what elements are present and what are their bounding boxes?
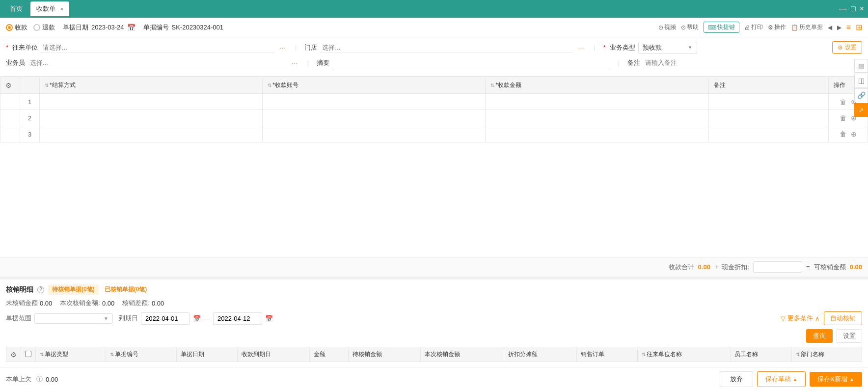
date-to-input[interactable]	[213, 312, 262, 325]
delete-row-1-icon[interactable]: 🗑	[840, 98, 846, 106]
wt-amount-header: 金额	[310, 347, 348, 362]
writeoff-settings-btn[interactable]: 设置	[837, 329, 862, 343]
tiles-view-icon[interactable]: ⊞	[856, 23, 862, 32]
date-from-calendar-icon[interactable]: 📅	[193, 315, 201, 322]
range-filter: 单据范围 ▼	[6, 313, 113, 324]
tab-receipt[interactable]: 收款单 ×	[30, 1, 69, 16]
history-btn[interactable]: 📋 历史单据	[791, 23, 823, 31]
wt-salesorder-header: 销售订单	[576, 347, 637, 362]
counterpart-input[interactable]	[41, 42, 274, 53]
chevron-up-icon: ∧	[815, 315, 820, 322]
nav-left[interactable]: ◀	[828, 24, 832, 31]
salesperson-more-btn[interactable]: ···	[290, 59, 299, 67]
receipt-radio[interactable]: 收款	[6, 23, 27, 32]
window-restore[interactable]: □	[851, 4, 856, 13]
writeoff-stats: 未核销金额 0.00 本次核销金额: 0.00 核销差额: 0.00	[6, 299, 862, 307]
settings-button[interactable]: ⚙ 设置	[832, 41, 862, 54]
save-draft-btn[interactable]: 保存草稿 ▲	[757, 371, 806, 387]
counterpart-more-btn[interactable]: ···	[277, 44, 287, 52]
ops-btn[interactable]: ⚙ 操作	[768, 23, 786, 31]
print-btn[interactable]: 🖨 打印	[744, 23, 763, 31]
writeoff-help-icon[interactable]: ?	[37, 286, 44, 293]
store-field: 门店 ···	[304, 42, 586, 53]
calendar-icon[interactable]: 📅	[127, 24, 136, 31]
summary-input[interactable]	[332, 57, 610, 68]
wt-duedate-header: 收款到期日	[238, 347, 310, 362]
store-more-btn[interactable]: ···	[576, 44, 586, 52]
notes-input[interactable]	[643, 57, 862, 68]
wt-docdate-header: 单据日期	[176, 347, 237, 362]
window-minimize[interactable]: —	[839, 4, 847, 13]
filter-row: 单据范围 ▼ 到期日 📅 — 📅 ▽	[6, 311, 862, 325]
chevron-down-icon: ▼	[688, 45, 693, 50]
docnum-field: 单据编号 SK-20230324-001	[143, 23, 224, 32]
note-col-header: 备注	[708, 77, 828, 94]
delete-row-3-icon[interactable]: 🗑	[840, 130, 846, 138]
form-section: * 往来单位 ··· | 门店 ··· | * 业务类型 预收款 ▼	[0, 37, 868, 77]
date-field: 单据日期 2023-03-24 📅	[63, 23, 136, 32]
store-input[interactable]	[320, 42, 573, 53]
date-from-input[interactable]	[141, 312, 190, 325]
table-row: 3 🗑 ⊕	[0, 126, 868, 142]
prev-info-icon[interactable]: ⓘ	[36, 375, 43, 384]
wt-dept-header: ⇅部门名称	[791, 347, 862, 362]
writeoff-tabs: 待核销单据(0笔) 已核销单据(0笔)	[48, 284, 151, 295]
rownum-col-header	[20, 77, 40, 94]
writeoff-title: 核销明细 ? 待核销单据(0笔) 已核销单据(0笔)	[6, 284, 862, 295]
save-new-btn[interactable]: 保存&新增 ▲	[810, 372, 862, 387]
help-btn[interactable]: ⊙ 帮助	[681, 23, 699, 31]
tab-home[interactable]: 首页	[4, 1, 28, 16]
wt-config-header: ⚙	[6, 347, 21, 362]
abandon-btn[interactable]: 放弃	[720, 371, 753, 387]
shortcut-btn[interactable]: ⌨ 快捷键	[704, 22, 739, 33]
pending-tab[interactable]: 待核销单据(0笔)	[48, 284, 99, 295]
notes-field: 备注	[627, 57, 862, 68]
amount-col-header: ⇅*收款金额	[486, 77, 708, 94]
done-tab[interactable]: 已核销单据(0笔)	[101, 284, 151, 295]
query-btn[interactable]: 查询	[806, 329, 833, 343]
right-panel-link-icon[interactable]: 🔗	[854, 88, 868, 102]
wt-check-all[interactable]	[25, 351, 31, 357]
auto-writeoff-btn[interactable]: 自动核销	[824, 311, 862, 325]
form-row-2: 业务员 ··· | 摘要 | 备注	[6, 57, 862, 68]
wt-config-icon[interactable]: ⚙	[10, 351, 17, 359]
settlement-col-header: ⇅*结算方式	[40, 77, 263, 94]
grid-view-icon[interactable]: ≡	[846, 23, 851, 32]
writeoff-section: 核销明细 ? 待核销单据(0笔) 已核销单据(0笔) 未核销金额 0.00 本次…	[0, 277, 868, 367]
business-type-select[interactable]: 预收款 ▼	[638, 42, 697, 54]
right-panel-doc-icon[interactable]: ◫	[854, 74, 868, 87]
receipt-table-section: ⚙ ⇅*结算方式 ⇅*收款账号 ⇅*收款金额 备注 操作	[0, 77, 868, 257]
nav-right[interactable]: ▶	[837, 24, 841, 31]
main-content: 收款 退款 单据日期 2023-03-24 📅 单据编号 SK-20230324…	[0, 18, 868, 391]
more-filter-btn[interactable]: ▽ 更多条件 ∧	[781, 314, 820, 323]
date-to-calendar-icon[interactable]: 📅	[265, 315, 273, 322]
wt-docnum-header: ⇅单据编号	[106, 347, 176, 362]
wt-employee-header: 员工名称	[731, 347, 791, 362]
table-row: 1 🗑 ⊕	[0, 94, 868, 110]
copy-row-3-icon[interactable]: ⊕	[851, 130, 857, 138]
salesperson-input[interactable]	[28, 57, 287, 68]
save-new-arrow-icon: ▲	[849, 377, 854, 382]
discount-input[interactable]	[753, 261, 802, 273]
refund-radio-dot	[33, 24, 40, 31]
video-btn[interactable]: ⊙ 视频	[658, 23, 676, 31]
table-config-icon[interactable]: ⚙	[5, 82, 12, 89]
window-close[interactable]: ×	[860, 4, 864, 13]
right-panel: ▦ ◫ 🔗 ↗	[854, 59, 868, 117]
delete-row-2-icon[interactable]: 🗑	[840, 114, 846, 122]
right-panel-table-icon[interactable]: ▦	[854, 59, 868, 73]
toolbar-right: ⊙ 视频 ⊙ 帮助 ⌨ 快捷键 🖨 打印 ⚙ 操作 📋 历史单据 ◀ ▶ ≡ ⊞	[658, 22, 862, 33]
date-filter: 到期日 📅 — 📅	[119, 312, 273, 325]
writeoff-table: ⚙ ⇅单据类型 ⇅单据编号 单据日期 收款到期日 金额 待核销金额 本次核销金额…	[6, 347, 862, 362]
summary-row: 收款合计 0.00 + 现金折扣: = 可核销金额 0.00	[0, 257, 868, 277]
right-panel-expand-icon[interactable]: ↗	[854, 103, 868, 117]
receipt-radio-dot	[6, 24, 13, 31]
bottom-right: 放弃 保存草稿 ▲ 保存&新增 ▲	[720, 371, 862, 387]
gear-icon: ⚙	[838, 44, 843, 51]
range-select[interactable]: ▼	[34, 313, 113, 324]
refund-radio[interactable]: 退款	[33, 23, 55, 32]
tab-close-icon[interactable]: ×	[60, 6, 63, 12]
business-type-field: * 业务类型 预收款 ▼	[603, 42, 828, 54]
wt-check-header	[21, 347, 36, 362]
wt-doctype-header: ⇅单据类型	[36, 347, 106, 362]
